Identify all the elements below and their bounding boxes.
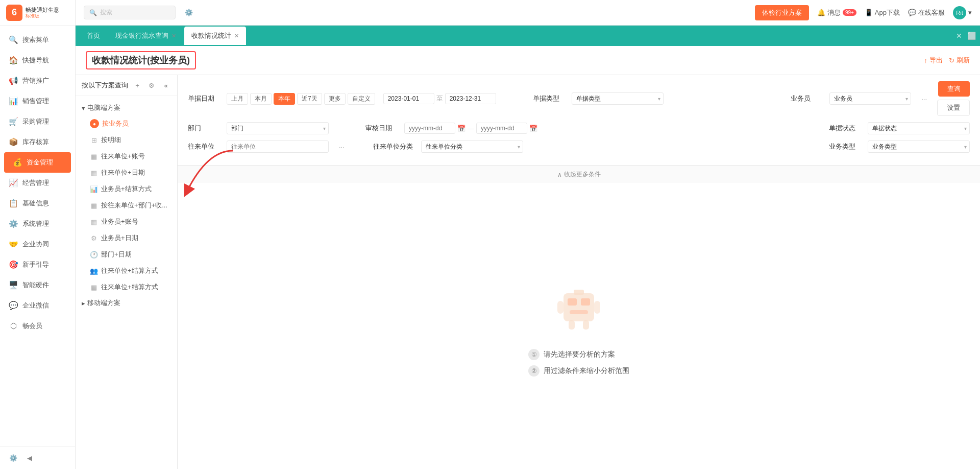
member-icon: ⬡ bbox=[8, 321, 18, 331]
doc-type-select[interactable]: 单据类型 bbox=[572, 92, 664, 105]
tab-close-bank-flow[interactable]: ✕ bbox=[172, 33, 176, 39]
topbar-search[interactable]: 🔍 搜索 bbox=[84, 6, 176, 19]
tree-item-partner-dept[interactable]: ▦ 按往来单位+部门+收... bbox=[76, 197, 177, 214]
collapse-bar[interactable]: ∧ 收起更多条件 bbox=[178, 166, 980, 183]
sidebar-nav: 🔍 搜索菜单 🏠 快捷导航 📢 营销推广 📊 销售管理 🛒 采购管理 📦 库存核… bbox=[0, 26, 75, 446]
date-btn-this-month[interactable]: 本月 bbox=[250, 93, 272, 105]
sidebar-item-system[interactable]: ⚙️ 系统管理 bbox=[0, 214, 75, 234]
filter-action-col: 查询 设置 bbox=[937, 81, 970, 116]
purchase-icon: 🛒 bbox=[8, 116, 18, 127]
svg-rect-6 bbox=[594, 301, 600, 314]
tab-maximize-btn[interactable]: ⬜ bbox=[967, 32, 976, 40]
app-download-btn[interactable]: 📱 App下载 bbox=[865, 8, 900, 17]
notification-btn[interactable]: 🔔 消息 99+ bbox=[817, 8, 856, 17]
search-icon: 🔍 bbox=[8, 35, 18, 45]
sidebar-item-enterprise[interactable]: 🤝 企业协同 bbox=[0, 234, 75, 254]
partner-category-select[interactable]: 往来单位分类 bbox=[421, 140, 523, 153]
export-btn[interactable]: ↑ 导出 bbox=[924, 56, 943, 65]
tab-collection[interactable]: 收款情况统计 ✕ bbox=[184, 27, 246, 45]
calendar-icon-2[interactable]: 📅 bbox=[529, 125, 537, 132]
sidebar-item-wechat[interactable]: 💬 企业微信 bbox=[0, 295, 75, 316]
refresh-btn[interactable]: ↻ 刷新 bbox=[949, 56, 970, 65]
sidebar-item-sales[interactable]: 📊 销售管理 bbox=[0, 91, 75, 111]
tree-item-by-detail[interactable]: ⊞ 按明细 bbox=[76, 132, 177, 148]
dept-date-icon: 🕐 bbox=[90, 250, 98, 259]
svg-rect-2 bbox=[581, 298, 590, 306]
panel-settings-btn[interactable]: ⚙ bbox=[146, 80, 157, 90]
audit-from-input[interactable] bbox=[404, 123, 455, 134]
trial-btn[interactable]: 体验行业方案 bbox=[755, 5, 809, 20]
sidebar-item-search[interactable]: 🔍 搜索菜单 bbox=[0, 30, 75, 50]
tree-item-by-staff[interactable]: ● 按业务员 bbox=[76, 115, 177, 132]
date-from-input[interactable] bbox=[383, 93, 434, 104]
tree-item-staff-account[interactable]: ▦ 业务员+账号 bbox=[76, 214, 177, 230]
finance-icon: 💰 bbox=[12, 157, 22, 168]
tree-group-mobile-header[interactable]: ▸ 移动端方案 bbox=[76, 295, 177, 311]
sidebar-item-marketing[interactable]: 📢 营销推广 bbox=[0, 71, 75, 91]
svg-rect-4 bbox=[574, 290, 584, 295]
tree-item-dept-date[interactable]: 🕐 部门+日期 bbox=[76, 246, 177, 263]
tree-item-partner-settlement2[interactable]: ▦ 往来单位+结算方式 bbox=[76, 279, 177, 295]
staff-date-icon: ⚙ bbox=[90, 234, 98, 242]
online-service-btn[interactable]: 💬 在线客服 bbox=[908, 8, 945, 17]
tree-group-desktop-header[interactable]: ▾ 电脑端方案 bbox=[76, 100, 177, 115]
date-to-input[interactable] bbox=[445, 93, 496, 104]
empty-tip-2: ② 用过滤条件来缩小分析范围 bbox=[528, 365, 629, 377]
audit-to-input[interactable] bbox=[476, 123, 527, 134]
tab-bank-flow[interactable]: 现金银行流水查询 ✕ bbox=[108, 27, 183, 45]
tree-item-staff-date[interactable]: ⚙ 业务员+日期 bbox=[76, 230, 177, 246]
page-title-box: 收款情况统计(按业务员) bbox=[86, 51, 196, 69]
tabbar-right: ✕ ⬜ bbox=[956, 32, 976, 40]
staff-select[interactable]: 业务员 bbox=[829, 92, 911, 105]
partner-category-label: 往来单位分类 bbox=[373, 142, 413, 151]
tree-item-staff-settlement[interactable]: 📊 业务员+结算方式 bbox=[76, 181, 177, 197]
sidebar-item-basic[interactable]: 📋 基础信息 bbox=[0, 193, 75, 214]
page-actions: ↑ 导出 ↻ 刷新 bbox=[924, 56, 970, 65]
sidebar-item-quick-nav[interactable]: 🏠 快捷导航 bbox=[0, 50, 75, 71]
tree-item-partner-account[interactable]: ▦ 往来单位+账号 bbox=[76, 148, 177, 165]
topbar-gear-btn[interactable]: ⚙️ bbox=[182, 6, 196, 20]
sidebar-item-hardware[interactable]: 🖥️ 智能硬件 bbox=[0, 275, 75, 295]
biz-type-select[interactable]: 业务类型 bbox=[868, 140, 970, 153]
sidebar: 6 畅捷通好生意 标准版 🔍 搜索菜单 🏠 快捷导航 📢 营销推广 📊 销售管理… bbox=[0, 0, 76, 469]
sidebar-item-operation[interactable]: 📈 经营管理 bbox=[0, 173, 75, 193]
app-logo-text: 畅捷通好生意 标准版 bbox=[26, 6, 59, 19]
date-btn-last-month[interactable]: 上月 bbox=[227, 93, 248, 105]
sidebar-item-member[interactable]: ⬡ 畅会员 bbox=[0, 316, 75, 336]
biz-type-label: 业务类型 bbox=[829, 142, 860, 151]
calendar-icon[interactable]: 📅 bbox=[457, 125, 465, 132]
partner-more-btn[interactable]: ··· bbox=[337, 143, 347, 151]
sidebar-item-newbie[interactable]: 🎯 新手引导 bbox=[0, 254, 75, 275]
setting-btn[interactable]: 设置 bbox=[937, 100, 970, 116]
date-btn-custom[interactable]: 自定义 bbox=[348, 93, 375, 105]
user-avatar[interactable]: Rit ▾ bbox=[953, 6, 972, 19]
date-btn-more[interactable]: 更多 bbox=[324, 93, 346, 105]
sidebar-settings-btn[interactable]: ⚙️ bbox=[8, 453, 18, 463]
panel-add-btn[interactable]: + bbox=[132, 80, 142, 90]
svg-rect-1 bbox=[568, 298, 577, 306]
app-logo-icon: 6 bbox=[6, 5, 22, 21]
operation-icon: 📈 bbox=[8, 178, 18, 188]
date-btn-7days[interactable]: 近7天 bbox=[297, 93, 322, 105]
query-btn[interactable]: 查询 bbox=[938, 81, 970, 97]
empty-illustration bbox=[548, 275, 609, 337]
sidebar-collapse-btn[interactable]: ◀ bbox=[24, 453, 35, 463]
sidebar-item-inventory[interactable]: 📦 库存核算 bbox=[0, 132, 75, 152]
tree-item-partner-date[interactable]: ▦ 往来单位+日期 bbox=[76, 165, 177, 181]
tab-close-all-btn[interactable]: ✕ bbox=[956, 32, 962, 40]
dept-select[interactable]: 部门 bbox=[227, 122, 329, 134]
sidebar-item-finance[interactable]: 💰 资金管理 bbox=[4, 152, 71, 173]
newbie-icon: 🎯 bbox=[8, 260, 18, 270]
partner-input[interactable] bbox=[227, 140, 329, 153]
staff-more-btn[interactable]: ··· bbox=[919, 95, 929, 103]
doc-status-select[interactable]: 单据状态 bbox=[868, 122, 970, 134]
staff-account-icon: ▦ bbox=[90, 218, 98, 226]
tree-group-desktop: ▾ 电脑端方案 ● 按业务员 ⊞ 按明细 ▦ bbox=[76, 100, 177, 295]
sidebar-item-purchase[interactable]: 🛒 采购管理 bbox=[0, 111, 75, 132]
tab-close-collection[interactable]: ✕ bbox=[234, 33, 239, 39]
date-btn-this-year[interactable]: 本年 bbox=[274, 93, 295, 105]
tree-item-partner-settlement1[interactable]: 👥 往来单位+结算方式 bbox=[76, 263, 177, 279]
left-panel-actions: + ⚙ « bbox=[132, 80, 171, 90]
panel-collapse-btn[interactable]: « bbox=[161, 80, 171, 90]
tab-home[interactable]: 首页 bbox=[80, 27, 107, 45]
